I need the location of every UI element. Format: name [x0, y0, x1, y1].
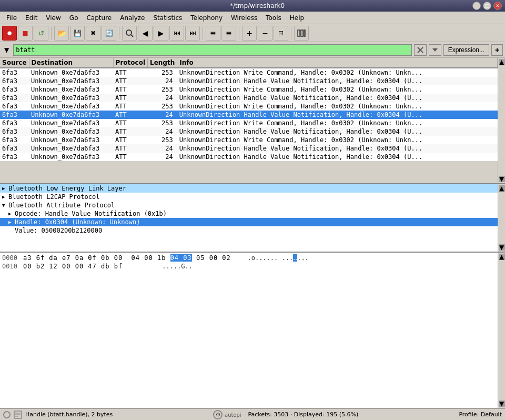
cell-info: UnknownDirection Write Command, Handle: … — [177, 85, 498, 94]
table-row[interactable]: 6fa3 Unknown_0xe7da6fa3 ATT 24 UnknownDi… — [0, 144, 498, 153]
detail-row-opcode[interactable]: ▶ Opcode: Handle Value Notification (0x1… — [0, 209, 498, 218]
detail-row-bt-att[interactable]: ▼ Bluetooth Attribute Protocol — [0, 201, 498, 209]
resize-columns-icon — [297, 29, 306, 37]
cell-dest: Unknown_0xe7da6fa3 — [29, 153, 113, 161]
cell-info: UnknownDirection Write Command, Handle: … — [177, 102, 498, 111]
menu-capture[interactable]: Capture — [82, 13, 116, 23]
dropdown-icon — [431, 46, 439, 54]
detail-text: Bluetooth Low Energy Link Layer — [8, 185, 126, 192]
table-row[interactable]: 6fa3 Unknown_0xe7da6fa3 ATT 253 UnknownD… — [0, 85, 498, 94]
cell-dest: Unknown_0xe7da6fa3 — [29, 85, 113, 94]
cell-info: UnknownDirection Write Command, Handle: … — [177, 119, 498, 127]
normal-size-button[interactable]: ⊡ — [274, 26, 288, 41]
filter-input[interactable] — [13, 44, 411, 56]
menu-view[interactable]: View — [42, 13, 65, 23]
cell-source: 6fa3 — [0, 102, 29, 111]
cell-proto: ATT — [113, 68, 147, 77]
expression-button[interactable]: Expression... — [443, 44, 489, 56]
statusbar: Handle (btatt.handle), 2 bytes ⊙ autopi … — [0, 408, 505, 420]
cell-len: 24 — [148, 94, 177, 102]
colorize-button[interactable]: ≡ — [206, 26, 220, 41]
zoom-out-button[interactable]: − — [258, 26, 272, 41]
detail-panel[interactable]: ▶ Bluetooth Low Energy Link Layer ▶ Blue… — [0, 184, 498, 252]
packet-list-container[interactable]: Source Destination Protocol Length Info … — [0, 58, 498, 183]
close-button[interactable]: ✕ — [493, 2, 502, 10]
menu-telephony[interactable]: Telephony — [186, 13, 227, 23]
resize-columns-button[interactable] — [294, 26, 309, 41]
save-file-button[interactable]: 💾 — [70, 26, 85, 41]
cell-proto: ATT — [113, 119, 147, 127]
table-row[interactable]: 6fa3 Unknown_0xe7da6fa3 ATT 24 UnknownDi… — [0, 153, 498, 161]
detail-text: Opcode: Handle Value Notification (0x1b) — [15, 210, 167, 217]
start-capture-button[interactable]: ● — [2, 26, 17, 41]
menu-help[interactable]: Help — [286, 13, 308, 23]
table-row[interactable]: 6fa3 Unknown_0xe7da6fa3 ATT 24 UnknownDi… — [0, 127, 498, 136]
detail-row-bt-l2cap[interactable]: ▶ Bluetooth L2CAP Protocol — [0, 193, 498, 201]
table-row[interactable]: 6fa3 Unknown_0xe7da6fa3 ATT 253 UnknownD… — [0, 119, 498, 127]
filter-dropdown-button[interactable] — [429, 44, 441, 56]
cell-dest: Unknown_0xe7da6fa3 — [29, 111, 113, 119]
menu-statistics[interactable]: Statistics — [149, 13, 186, 23]
reload-button[interactable]: 🔄 — [102, 26, 116, 41]
go-back-button[interactable]: ◀ — [138, 26, 153, 41]
table-row[interactable]: 6fa3 Unknown_0xe7da6fa3 ATT 24 UnknownDi… — [0, 77, 498, 85]
cell-source: 6fa3 — [0, 111, 29, 119]
table-row[interactable]: 6fa3 Unknown_0xe7da6fa3 ATT 253 UnknownD… — [0, 102, 498, 111]
go-first-button[interactable]: ⏮ — [169, 26, 184, 41]
hex-scrollbar[interactable]: ▲ ▼ — [498, 253, 505, 408]
hex-section: 0000 a3 6f da e7 0a 0f 0b 00 04 00 1b 04… — [0, 253, 505, 408]
svg-marker-7 — [432, 48, 438, 52]
menu-analyze[interactable]: Analyze — [116, 13, 149, 23]
col-header-len: Length — [148, 58, 177, 68]
hex-row-0010: 0010 00 b2 12 00 00 47 db bf .....G.. — [2, 262, 496, 271]
detail-text: Value: 05000200b2120000 — [15, 227, 102, 234]
cell-len: 24 — [148, 127, 177, 136]
filter-add-button[interactable]: + — [491, 44, 503, 56]
table-row[interactable]: 6fa3 Unknown_0xe7da6fa3 ATT 253 UnknownD… — [0, 68, 498, 77]
autoscroll-button[interactable]: ≡ — [221, 26, 236, 41]
cell-len: 253 — [148, 85, 177, 94]
toolbar-separator-1 — [51, 27, 52, 39]
hex-panel[interactable]: 0000 a3 6f da e7 0a 0f 0b 00 04 00 1b 04… — [0, 253, 498, 408]
stop-capture-button[interactable]: ■ — [18, 26, 33, 41]
menu-file[interactable]: File — [2, 13, 21, 23]
svg-rect-3 — [301, 30, 303, 36]
expand-icon: ▼ — [2, 203, 8, 208]
menu-edit[interactable]: Edit — [21, 13, 42, 23]
cell-len: 24 — [148, 144, 177, 153]
go-forward-button[interactable]: ▶ — [154, 26, 168, 41]
svg-text:autopi: autopi — [225, 412, 241, 418]
col-header-proto: Protocol — [113, 58, 147, 68]
open-file-button[interactable]: 📂 — [54, 26, 69, 41]
packet-list-section: Source Destination Protocol Length Info … — [0, 58, 505, 184]
cell-info: UnknownDirection Handle Value Notificati… — [177, 77, 498, 85]
minimize-button[interactable]: − — [472, 2, 481, 10]
packet-list-scrollbar[interactable]: ▲ ▼ — [498, 58, 505, 183]
maximize-button[interactable]: □ — [483, 2, 491, 10]
cell-info: UnknownDirection Handle Value Notificati… — [177, 153, 498, 161]
zoom-in-button[interactable]: + — [242, 26, 257, 41]
go-last-button[interactable]: ⏭ — [185, 26, 200, 41]
detail-row-ble-link[interactable]: ▶ Bluetooth Low Energy Link Layer — [0, 184, 498, 193]
toolbar-separator-3 — [203, 27, 203, 39]
menu-go[interactable]: Go — [65, 13, 83, 23]
detail-row-value[interactable]: Value: 05000200b2120000 — [0, 226, 498, 235]
hex-row-0000: 0000 a3 6f da e7 0a 0f 0b 00 04 00 1b 04… — [2, 254, 496, 262]
detail-scrollbar[interactable]: ▲ ▼ — [498, 184, 505, 252]
menu-tools[interactable]: Tools — [261, 13, 286, 23]
table-row[interactable]: 6fa3 Unknown_0xe7da6fa3 ATT 253 UnknownD… — [0, 136, 498, 144]
close-file-button[interactable]: ✖ — [86, 26, 100, 41]
cell-source: 6fa3 — [0, 85, 29, 94]
find-packet-button[interactable] — [122, 26, 137, 41]
cell-dest: Unknown_0xe7da6fa3 — [29, 94, 113, 102]
detail-row-handle[interactable]: ▶ Handle: 0x0304 (Unknown: Unknown) — [0, 218, 498, 226]
clear-icon — [417, 46, 424, 54]
table-row[interactable]: 6fa3 Unknown_0xe7da6fa3 ATT 24 UnknownDi… — [0, 94, 498, 102]
cell-len: 24 — [148, 111, 177, 119]
cell-proto: ATT — [113, 144, 147, 153]
restart-capture-button[interactable]: ↺ — [34, 26, 48, 41]
filter-clear-button[interactable] — [414, 44, 427, 56]
table-row[interactable]: 6fa3 Unknown_0xe7da6fa3 ATT 24 UnknownDi… — [0, 111, 498, 119]
menu-wireless[interactable]: Wireless — [227, 13, 261, 23]
cell-len: 253 — [148, 102, 177, 111]
